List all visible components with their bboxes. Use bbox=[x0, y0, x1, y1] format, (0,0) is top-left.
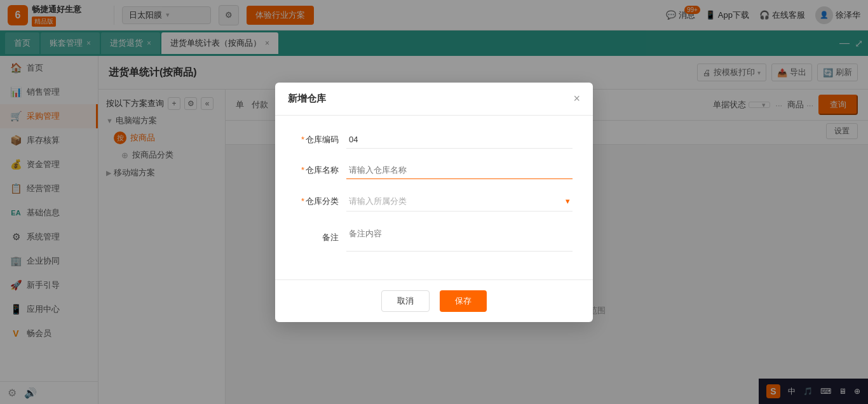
save-button[interactable]: 保存 bbox=[440, 290, 487, 312]
category-label: 仓库分类 bbox=[295, 196, 346, 207]
modal-new-warehouse: 新增仓库 × 仓库编码 仓库名称 仓库分类 请输入所属分类 ▾ bbox=[275, 83, 593, 322]
form-row-category: 仓库分类 请输入所属分类 ▾ bbox=[295, 192, 573, 212]
form-row-note: 备注 bbox=[295, 224, 573, 252]
modal-footer: 取消 保存 bbox=[275, 279, 593, 322]
name-label: 仓库名称 bbox=[295, 165, 346, 176]
form-row-code: 仓库编码 bbox=[295, 131, 573, 149]
name-input[interactable] bbox=[346, 161, 573, 179]
category-arrow-icon: ▾ bbox=[566, 196, 570, 206]
cancel-button[interactable]: 取消 bbox=[381, 290, 430, 312]
code-label: 仓库编码 bbox=[295, 134, 346, 145]
modal-header: 新增仓库 × bbox=[275, 83, 593, 116]
category-placeholder: 请输入所属分类 bbox=[349, 196, 407, 207]
modal-body: 仓库编码 仓库名称 仓库分类 请输入所属分类 ▾ 备注 bbox=[275, 116, 593, 279]
note-input[interactable] bbox=[346, 224, 573, 252]
code-input[interactable] bbox=[346, 131, 573, 149]
modal-title: 新增仓库 bbox=[288, 93, 326, 105]
form-row-name: 仓库名称 bbox=[295, 161, 573, 179]
modal-close-button[interactable]: × bbox=[573, 93, 580, 104]
category-select[interactable]: 请输入所属分类 ▾ bbox=[346, 192, 573, 212]
note-label: 备注 bbox=[295, 232, 346, 243]
modal-overlay[interactable]: 新增仓库 × 仓库编码 仓库名称 仓库分类 请输入所属分类 ▾ bbox=[0, 0, 868, 404]
